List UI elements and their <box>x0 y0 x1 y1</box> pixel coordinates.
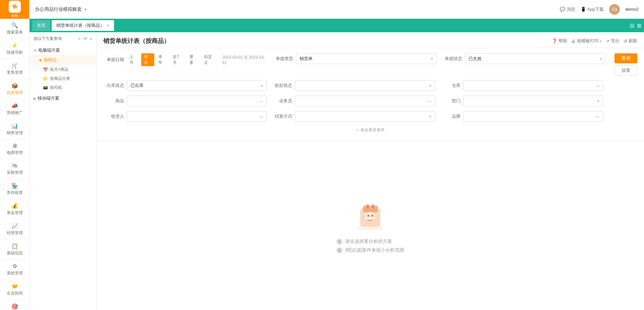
refresh-scheme-icon[interactable]: ⟳ <box>84 36 88 41</box>
empty-tips: 1 请先选择要分析的方案 2 用[过滤]条件来缩小分析范围 <box>336 239 404 253</box>
brand-more-icon[interactable]: ··· <box>596 114 599 119</box>
message-button[interactable]: 💬 消息 <box>560 6 575 12</box>
tab-maximize-icon[interactable]: ⊞ <box>637 22 641 29</box>
product-input[interactable]: ··· <box>127 96 267 106</box>
template-print-button[interactable]: 🖨 按模板打印 ▾ <box>571 38 602 44</box>
scheme-sub-item-by-category[interactable]: 📁 按商品分类 <box>30 74 96 83</box>
filter-receiver-group: 收货人 ··· <box>103 111 267 122</box>
sidebar-item-operations[interactable]: 📈 经营管理 <box>0 219 29 240</box>
print-dropdown-icon: ▾ <box>600 39 602 43</box>
sidebar-item-collab[interactable]: 🤝 企业协同 <box>0 280 29 300</box>
main-area: 办公用品行业模拟账套 ▾ 💬 消息 📱 App下载 Ea demo2 首页 销货… <box>30 0 644 310</box>
date-btn-last-month[interactable]: 上月 <box>127 53 140 66</box>
filter-area: 单据日期 上月 本月 本年 近7天 更多 自定义 2023-03-01 至 20… <box>97 48 644 141</box>
export-icon: ↗ <box>606 39 609 44</box>
filter-warehouse-group: 仓库 ··· <box>440 80 603 91</box>
app-download-icon: 📱 <box>581 7 586 12</box>
sidebar-item-sales[interactable]: 📊 销售管理 <box>0 119 29 140</box>
dept-dropdown-icon: ▾ <box>597 99 599 103</box>
tab-sales-stat[interactable]: 销货单统计表（按商品） ✕ <box>52 20 114 31</box>
refresh-button[interactable]: ↺ 刷新 <box>624 38 637 44</box>
sidebar-item-retail-label: 零售管理 <box>7 70 23 75</box>
sidebar-item-inventory[interactable]: 🏪 库存核算 <box>0 179 29 199</box>
workspace-dropdown-icon[interactable]: ▾ <box>85 7 87 12</box>
app-download-button[interactable]: 📱 App下载 <box>581 6 604 12</box>
empty-state: 1 请先选择要分析的方案 2 用[过滤]条件来缩小分析范围 <box>97 141 644 310</box>
out-status-value: 已出库 <box>130 83 144 89</box>
date-btn-custom[interactable]: 自定义 <box>201 53 218 66</box>
sidebar-item-ecommerce[interactable]: 🖥 电商管理 <box>0 140 29 159</box>
scheme-group-mobile-title[interactable]: ▶ 移动端方案 <box>30 94 96 103</box>
sidebar-item-wholesale[interactable]: 📦 批发管理 <box>0 79 29 99</box>
sidebar-item-search[interactable]: 🔍 搜索菜单 <box>0 19 29 39</box>
tab-close-icon[interactable]: ✕ <box>106 23 109 28</box>
doc-type-value: 销货单 <box>300 56 313 62</box>
date-btn-this-month[interactable]: 本月 <box>141 53 154 66</box>
tab-home-label: 首页 <box>37 22 46 29</box>
user-name: demo2 <box>625 7 639 12</box>
warehouse-more-icon[interactable]: ··· <box>596 83 599 88</box>
inventory-icon: 🏪 <box>11 183 18 189</box>
date-btn-last-7[interactable]: 近7天 <box>170 53 185 66</box>
filter-row-1: 单据日期 上月 本月 本年 近7天 更多 自定义 2023-03-01 至 20… <box>103 53 637 75</box>
salesperson-more-icon[interactable]: ··· <box>428 99 431 104</box>
filter-row-3: 商品 ··· 业务员 ··· 部门 <box>103 96 637 106</box>
print-icon: 🖨 <box>571 39 576 44</box>
out-status-select[interactable]: 已出库 ▾ <box>127 80 267 91</box>
brand-input[interactable]: ··· <box>463 111 603 122</box>
doc-type-select[interactable]: 销货单 ▾ <box>296 53 437 64</box>
filter-date-group: 单据日期 上月 本月 本年 近7天 更多 自定义 2023-03-01 至 20… <box>103 53 268 66</box>
sidebar-item-system[interactable]: ⚙ 系统管理 <box>0 260 29 280</box>
sidebar-item-marketing[interactable]: 📣 营销推广 <box>0 99 29 119</box>
scheme-sub-item-by-cashier[interactable]: 📟 按司机 <box>30 83 96 92</box>
purchase-icon: 🛍 <box>12 163 17 169</box>
sidebar-item-purchase[interactable]: 🛍 采购管理 <box>0 159 29 179</box>
tabbar: 首页 销货单统计表（按商品） ✕ ⊟ ⊞ <box>30 19 644 32</box>
left-panel: 按以下方案查询 ＋ ⟳ « ▼ 电脑端方案 ● 按商品 <box>30 32 97 310</box>
app-logo[interactable]: 畅 标账 <box>0 0 29 19</box>
export-button[interactable]: ↗ 导出 <box>606 38 620 44</box>
sidebar-item-retail[interactable]: 🛒 零售管理 <box>0 59 29 79</box>
dept-select[interactable]: ▾ <box>463 96 603 106</box>
collapse-button[interactable]: ∧ 收起更多条件 <box>103 124 637 136</box>
sidebar-item-basic[interactable]: 📋 基础信息 <box>0 240 29 260</box>
refresh-label: 刷新 <box>629 38 637 44</box>
scheme-sub-item-by-month-product[interactable]: 📅 按月+商品 <box>30 65 96 74</box>
add-scheme-icon[interactable]: ＋ <box>77 36 82 42</box>
tab-minimize-icon[interactable]: ⊟ <box>630 22 634 29</box>
receipt-status-select[interactable]: ▾ <box>295 80 435 91</box>
query-button[interactable]: 查询 <box>614 53 637 63</box>
help-label: 帮助 <box>558 38 567 44</box>
doc-status-value: 已生效 <box>469 56 482 62</box>
sidebar-item-quick[interactable]: ⚡ 快捷导航 <box>0 39 29 59</box>
left-panel-icons: ＋ ⟳ « <box>77 36 92 42</box>
query-buttons: 查询 设置 <box>614 53 637 75</box>
sales-icon: 📊 <box>11 123 18 129</box>
by-cashier-icon: 📟 <box>43 86 48 90</box>
date-btn-more[interactable]: 更多 <box>187 53 200 66</box>
receiver-input[interactable]: ··· <box>127 111 267 122</box>
user-avatar[interactable]: Ea <box>609 4 620 15</box>
sidebar-item-collab-label: 企业协同 <box>7 291 23 296</box>
collapse-panel-icon[interactable]: « <box>90 36 92 41</box>
receiver-more-icon[interactable]: ··· <box>259 114 263 119</box>
scheme-sub-item-label: 按月+商品 <box>50 67 68 72</box>
salesperson-input[interactable]: ··· <box>295 96 435 106</box>
product-more-icon[interactable]: ··· <box>259 99 263 104</box>
scheme-group-desktop-title[interactable]: ▼ 电脑端方案 <box>30 46 96 55</box>
tab-home[interactable]: 首页 <box>32 20 50 31</box>
payment-select[interactable]: ▾ <box>295 111 435 122</box>
settings-button[interactable]: 设置 <box>614 65 637 75</box>
warehouse-input[interactable]: ··· <box>463 80 603 91</box>
sidebar-item-finance-label: 资金管理 <box>7 210 23 216</box>
collab-icon: 🤝 <box>11 283 18 290</box>
scheme-item-by-product[interactable]: ● 按商品 <box>30 55 96 65</box>
sidebar-item-finance[interactable]: 💰 资金管理 <box>0 199 29 219</box>
date-btn-this-year[interactable]: 本年 <box>156 53 169 66</box>
receipt-status-label: 收款状态 <box>271 83 295 89</box>
sidebar-item-guide[interactable]: 🎯 新手引导 <box>0 300 29 310</box>
help-button[interactable]: ❓ 帮助 <box>552 38 567 44</box>
doc-status-select[interactable]: 已生效 ▾ <box>465 53 606 64</box>
content-area: 按以下方案查询 ＋ ⟳ « ▼ 电脑端方案 ● 按商品 <box>30 32 644 310</box>
sidebar-item-wholesale-label: 批发管理 <box>7 90 23 96</box>
